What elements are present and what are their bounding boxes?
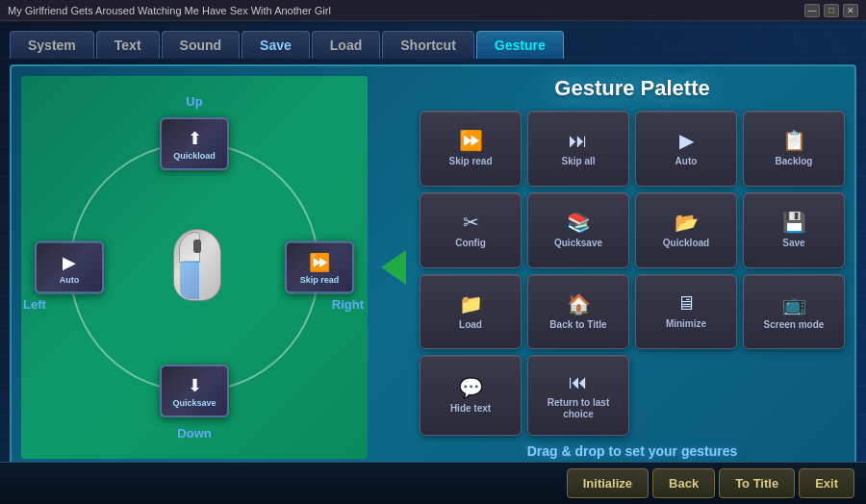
palette-quicksave[interactable]: 📚 Quicksave (527, 192, 629, 268)
skip-all-label: Skip all (561, 156, 595, 167)
quicksave-icon: ⬇ (188, 375, 202, 396)
palette-grid: ⏩ Skip read ⏭ Skip all ▶ Auto 📋 Backlog (420, 111, 845, 436)
tab-bar: System Text Sound Save Load Shortcut Ges… (10, 31, 856, 59)
screen-mode-icon: 📺 (782, 292, 806, 315)
gesture-down-button[interactable]: ⬇ Quicksave (160, 365, 229, 417)
up-direction-label: Up (186, 94, 202, 109)
return-last-label: Return to last choice (532, 397, 624, 420)
palette-config[interactable]: ✂ Config (420, 192, 522, 268)
gesture-area: ▼ ▲ ◀ ▶ ⬆ Quickload (21, 76, 368, 459)
initialize-button[interactable]: Initialize (567, 468, 649, 498)
palette-load[interactable]: 📁 Load (420, 274, 522, 350)
palette-empty-2 (743, 355, 845, 436)
load-palette-icon: 📁 (459, 292, 483, 315)
skip-icon: ⏩ (309, 251, 330, 272)
gesture-right-button[interactable]: ⏩ Skip read (285, 241, 354, 294)
config-label: Config (455, 238, 486, 249)
hide-text-label: Hide text (450, 403, 491, 415)
minimize-label: Minimize (666, 318, 706, 330)
maximize-button[interactable]: □ (824, 4, 839, 17)
backlog-label: Backlog (776, 156, 813, 167)
hide-text-icon: 💬 (459, 376, 483, 399)
save-label: Save (782, 238, 804, 249)
gesture-circle: ▼ ▲ ◀ ▶ ⬆ Quickload (69, 142, 319, 392)
config-icon: ✂ (463, 211, 479, 234)
palette-skip-all[interactable]: ⏭ Skip all (527, 111, 629, 187)
backlog-icon: 📋 (782, 129, 806, 152)
gesture-left-label: Auto (60, 274, 80, 284)
mouse-icon (168, 229, 221, 306)
palette-area: Gesture Palette ⏩ Skip read ⏭ Skip all ▶… (420, 76, 845, 459)
quicksave-label: Quicksave (554, 238, 602, 249)
gesture-left-button[interactable]: ▶ Auto (35, 241, 104, 294)
titlebar: My Girlfriend Gets Aroused Watching Me H… (0, 0, 866, 21)
palette-return-last[interactable]: ⏮ Return to last choice (527, 355, 629, 436)
skip-all-icon: ⏭ (569, 130, 588, 152)
palette-save[interactable]: 💾 Save (743, 192, 845, 268)
quicksave-palette-icon: 📚 (567, 211, 591, 234)
auto-palette-icon: ▶ (679, 129, 694, 152)
palette-title: Gesture Palette (420, 76, 845, 101)
palette-auto[interactable]: ▶ Auto (635, 111, 737, 187)
palette-minimize[interactable]: 🖥 Minimize (635, 274, 737, 350)
minimize-button[interactable]: — (804, 4, 820, 17)
tab-save[interactable]: Save (242, 31, 310, 59)
window-controls: — □ ✕ (804, 4, 858, 17)
skip-read-label: Skip read (448, 156, 492, 167)
tab-gesture[interactable]: Gesture (476, 31, 564, 59)
palette-empty-1 (635, 355, 737, 436)
left-direction-label: Left (23, 297, 46, 312)
tab-text[interactable]: Text (96, 31, 160, 59)
to-title-button[interactable]: To Title (719, 468, 795, 498)
back-title-label: Back to Title (549, 319, 606, 331)
tab-system[interactable]: System (10, 31, 94, 59)
palette-quickload[interactable]: 📂 Quickload (635, 192, 737, 268)
arrow-separator (379, 76, 408, 459)
palette-skip-read[interactable]: ⏩ Skip read (420, 111, 522, 187)
gesture-up-label: Quickload (173, 151, 216, 161)
tab-sound[interactable]: Sound (162, 31, 241, 59)
skip-read-icon: ⏩ (459, 129, 483, 152)
minimize-icon: 🖥 (676, 292, 696, 315)
quickload-label: Quickload (663, 238, 709, 249)
direction-arrow-icon (381, 250, 406, 285)
return-last-icon: ⏮ (569, 371, 588, 393)
load-label: Load (459, 319, 482, 331)
palette-back-to-title[interactable]: 🏠 Back to Title (527, 274, 629, 350)
window-title: My Girlfriend Gets Aroused Watching Me H… (8, 5, 331, 16)
back-button[interactable]: Back (652, 468, 715, 498)
gesture-down-label: Quicksave (172, 398, 216, 408)
close-button[interactable]: ✕ (843, 4, 858, 17)
gesture-up-button[interactable]: ⬆ Quickload (160, 117, 229, 170)
auto-icon: ▶ (63, 251, 76, 272)
quickload-icon: ⬆ (188, 128, 202, 149)
down-direction-label: Down (177, 426, 211, 441)
tab-shortcut[interactable]: Shortcut (382, 31, 474, 59)
exit-button[interactable]: Exit (799, 468, 854, 498)
palette-screen-mode[interactable]: 📺 Screen mode (743, 274, 845, 350)
gesture-right-label: Skip read (300, 274, 340, 284)
palette-backlog[interactable]: 📋 Backlog (743, 111, 845, 187)
save-palette-icon: 💾 (782, 211, 806, 234)
right-direction-label: Right (332, 297, 364, 312)
back-title-icon: 🏠 (567, 292, 591, 315)
drag-hint: Drag & drop to set your gestures (420, 443, 845, 459)
screen-mode-label: Screen mode (764, 319, 825, 331)
auto-label: Auto (675, 156, 698, 167)
bottom-bar: Initialize Back To Title Exit (0, 462, 866, 504)
gesture-panel: ▼ ▲ ◀ ▶ ⬆ Quickload (10, 64, 856, 470)
quickload-palette-icon: 📂 (675, 211, 699, 234)
tab-load[interactable]: Load (312, 31, 380, 59)
main-content: System Text Sound Save Load Shortcut Ges… (0, 21, 866, 504)
palette-hide-text[interactable]: 💬 Hide text (420, 355, 522, 436)
